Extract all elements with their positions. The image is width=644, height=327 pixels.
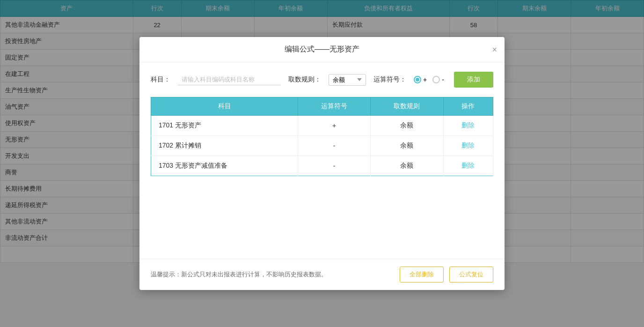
operator-minus-radio[interactable]: - xyxy=(432,76,444,83)
operator-minus-label: - xyxy=(442,76,444,83)
table-header-cell: 科目 xyxy=(151,97,298,116)
delete-row-button[interactable]: 删除 xyxy=(461,162,475,169)
table-cell-operator: - xyxy=(298,136,371,156)
add-button[interactable]: 添加 xyxy=(454,72,493,88)
table-cell-operator: - xyxy=(298,156,371,176)
radio-minus-circle xyxy=(432,76,440,83)
form-row: 科目： 取数规则： 余额 借方 贷方 运算符号： + xyxy=(151,72,493,88)
operator-plus-radio[interactable]: + xyxy=(414,76,427,83)
modal-footer: 温馨提示：新公式只对未出报表进行计算，不影响历史报表数据。 全部删除 公式复位 xyxy=(139,259,505,290)
table-cell-subject: 1701 无形资产 xyxy=(151,116,298,136)
table-row: 1702 累计摊销-余额删除 xyxy=(151,136,493,156)
modal-overlay: 编辑公式——无形资产 × 科目： 取数规则： 余额 借方 贷方 运算符号： xyxy=(0,0,644,327)
rule-select-group: 余额 借方 贷方 xyxy=(329,74,366,86)
table-header-cell: 取数规则 xyxy=(371,97,443,116)
operator-radio-group: + - xyxy=(414,76,444,83)
table-cell-action: 删除 xyxy=(443,156,493,176)
table-cell-rule: 余额 xyxy=(371,136,443,156)
rule-label: 取数规则： xyxy=(288,75,321,84)
delete-row-button[interactable]: 删除 xyxy=(461,121,475,129)
table-cell-operator: + xyxy=(298,116,371,136)
subject-label: 科目： xyxy=(151,75,170,84)
table-header-cell: 操作 xyxy=(443,97,493,116)
modal-dialog: 编辑公式——无形资产 × 科目： 取数规则： 余额 借方 贷方 运算符号： xyxy=(139,37,505,290)
modal-body: 科目： 取数规则： 余额 借方 贷方 运算符号： + xyxy=(139,62,505,259)
radio-plus-circle xyxy=(414,76,421,83)
footer-buttons: 全部删除 公式复位 xyxy=(400,267,493,282)
table-header: 科目运算符号取数规则操作 xyxy=(151,97,493,116)
subject-input[interactable] xyxy=(178,74,281,85)
table-cell-subject: 1703 无形资产减值准备 xyxy=(151,156,298,176)
formula-table: 科目运算符号取数规则操作 1701 无形资产+余额删除1702 累计摊销-余额删… xyxy=(151,97,493,176)
delete-row-button[interactable]: 删除 xyxy=(461,141,475,149)
table-cell-subject: 1702 累计摊销 xyxy=(151,136,298,156)
modal-close-button[interactable]: × xyxy=(492,45,497,54)
table-cell-action: 删除 xyxy=(443,136,493,156)
table-cell-rule: 余额 xyxy=(371,156,443,176)
operator-label: 运算符号： xyxy=(373,75,406,84)
rule-select[interactable]: 余额 借方 贷方 xyxy=(329,74,366,86)
reset-button[interactable]: 公式复位 xyxy=(449,267,493,282)
footer-tip: 温馨提示：新公式只对未出报表进行计算，不影响历史报表数据。 xyxy=(151,270,327,279)
operator-plus-label: + xyxy=(423,76,427,83)
table-cell-action: 删除 xyxy=(443,116,493,136)
table-cell-rule: 余额 xyxy=(371,116,443,136)
modal-header: 编辑公式——无形资产 × xyxy=(139,37,505,62)
table-body: 1701 无形资产+余额删除1702 累计摊销-余额删除1703 无形资产减值准… xyxy=(151,116,493,176)
table-header-cell: 运算符号 xyxy=(298,97,371,116)
modal-title: 编辑公式——无形资产 xyxy=(285,45,359,54)
table-row: 1701 无形资产+余额删除 xyxy=(151,116,493,136)
table-row: 1703 无形资产减值准备-余额删除 xyxy=(151,156,493,176)
delete-all-button[interactable]: 全部删除 xyxy=(400,267,444,282)
